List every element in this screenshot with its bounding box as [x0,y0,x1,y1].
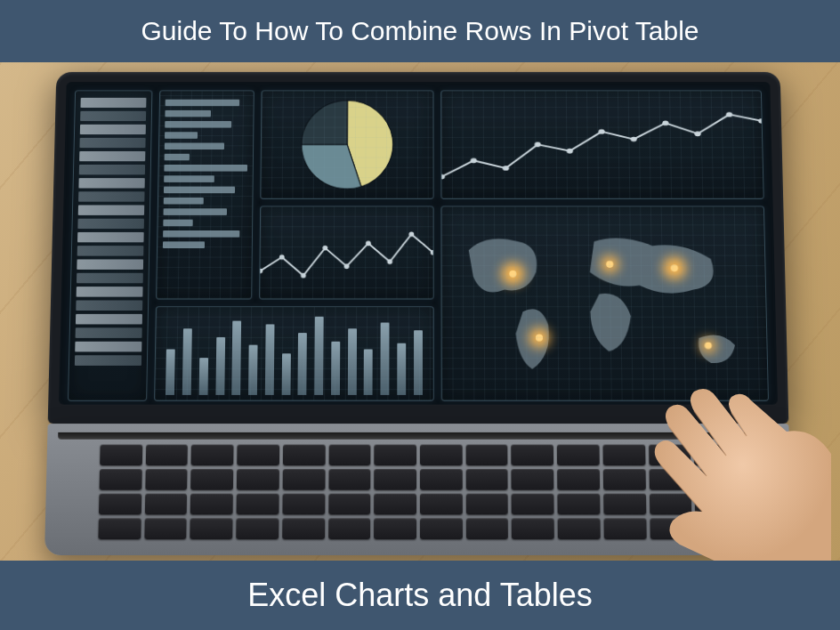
key [145,494,188,515]
key [328,494,371,515]
key [695,494,738,515]
key [374,494,416,515]
key [650,494,692,515]
dashboard-screen [59,82,778,405]
svg-point-5 [598,129,604,134]
key [465,445,508,466]
table-panel [68,90,152,400]
hbar [164,165,247,172]
svg-point-17 [387,259,392,264]
key [100,469,142,490]
key [99,494,141,515]
key [375,445,416,466]
key [694,445,737,466]
key [328,445,371,466]
key [236,518,279,539]
table-row [77,287,143,297]
vbar [347,328,356,394]
key [283,445,326,466]
vbar [397,343,406,395]
hbar [163,230,240,238]
table-row [79,151,145,161]
hbar [163,220,192,227]
svg-point-2 [503,166,509,171]
hbar [164,187,235,194]
key [282,494,325,515]
key [603,469,646,490]
svg-point-4 [567,149,573,154]
hbar [163,241,205,248]
vbar [198,358,207,395]
key [237,445,279,466]
table-row [78,205,145,214]
key [696,518,739,539]
vbar [331,341,340,395]
vbar [265,325,275,395]
key [191,469,234,490]
key [237,494,279,515]
key [146,445,189,466]
laptop-screen-bezel: MacBook [48,72,789,424]
svg-point-10 [758,118,763,124]
key [282,469,325,490]
table-row [77,273,143,284]
vbar [166,350,175,395]
key [557,469,600,490]
table-row [76,327,142,338]
key [695,469,738,490]
key [512,445,554,466]
table-row [79,138,145,148]
hbar [165,132,198,139]
key [602,445,645,466]
table-row [78,178,144,188]
vbar [248,345,257,395]
svg-point-3 [535,142,541,148]
hbar [166,100,240,106]
key [466,518,509,539]
table-row [77,232,144,242]
hbar-chart-panel [156,90,254,299]
key [558,494,601,515]
svg-point-16 [366,241,371,246]
table-row [80,98,146,108]
footer-title: Excel Charts and Tables [247,577,593,614]
line-chart-icon [441,91,763,198]
footer-banner: Excel Charts and Tables [0,561,840,630]
key [282,518,325,539]
vbar [414,330,423,395]
key [328,469,371,490]
laptop-keyboard-deck [44,424,792,555]
hero-scene: MacBook [0,62,840,561]
table-row [80,125,146,134]
table-row [79,165,145,174]
vbar [182,328,192,394]
keyboard [98,445,738,540]
table-row [75,342,141,352]
table-row [77,259,143,269]
table-row [75,355,141,366]
key [603,494,646,515]
key [191,445,234,466]
key [100,445,142,466]
table-row [80,111,146,121]
key [144,518,187,539]
key [650,518,692,539]
table-row [77,219,144,229]
vbar-chart-panel [154,306,434,401]
vbar [364,350,373,395]
pie-chart-panel [260,90,433,198]
key [603,518,646,539]
key [649,445,691,466]
key [465,469,508,490]
table-row [76,314,142,325]
svg-point-13 [301,273,306,279]
hbar [164,198,204,205]
key [98,518,141,539]
header-banner: Guide To How To Combine Rows In Pivot Ta… [0,0,840,62]
key [558,518,601,539]
svg-point-15 [344,263,350,269]
key [557,445,600,466]
key [465,494,508,515]
header-title: Guide To How To Combine Rows In Pivot Ta… [141,16,699,46]
svg-point-21 [509,271,516,278]
